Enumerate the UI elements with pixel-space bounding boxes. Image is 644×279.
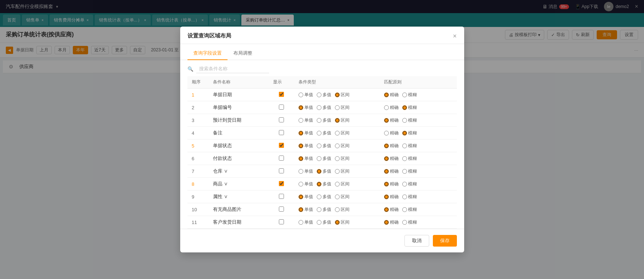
type-radio-item[interactable]: 区间 <box>335 130 349 136</box>
dialog-overlay[interactable]: 设置查询区域布局 × 查询字段设置 布局调整 🔍 顺序 条件名称 <box>0 0 644 277</box>
match-radio-item[interactable]: 精确 <box>384 181 399 187</box>
type-radio-input[interactable] <box>317 182 321 186</box>
type-radio-input[interactable] <box>317 220 321 225</box>
match-radio-item[interactable]: 精确 <box>384 194 399 200</box>
match-radio-input[interactable] <box>384 194 389 199</box>
save-button[interactable]: 保存 <box>433 235 457 247</box>
match-radio-item[interactable]: 模糊 <box>402 117 417 123</box>
type-radio-item[interactable]: 多值 <box>317 117 331 123</box>
match-radio-item[interactable]: 模糊 <box>402 181 417 187</box>
type-radio-input[interactable] <box>335 144 340 148</box>
match-radio-input[interactable] <box>384 182 389 186</box>
match-radio-item[interactable]: 精确 <box>384 130 399 136</box>
type-radio-item[interactable]: 单值 <box>299 130 313 136</box>
type-radio-item[interactable]: 单值 <box>299 143 313 149</box>
match-radio-item[interactable]: 模糊 <box>402 219 417 225</box>
match-radio-item[interactable]: 精确 <box>384 168 399 174</box>
type-radio-item[interactable]: 多值 <box>317 181 331 187</box>
match-radio-input[interactable] <box>402 93 407 97</box>
type-radio-item[interactable]: 单值 <box>299 105 313 111</box>
type-radio-item[interactable]: 区间 <box>335 143 349 149</box>
type-radio-input[interactable] <box>317 105 321 110</box>
type-radio-input[interactable] <box>299 131 303 135</box>
match-radio-input[interactable] <box>384 169 389 174</box>
show-checkbox[interactable] <box>279 143 284 148</box>
type-radio-input[interactable] <box>299 182 303 186</box>
match-radio-item[interactable]: 精确 <box>384 105 399 111</box>
match-radio-item[interactable]: 精确 <box>384 92 399 98</box>
dialog-tab-query-fields[interactable]: 查询字段设置 <box>187 47 228 60</box>
type-radio-input[interactable] <box>299 207 303 212</box>
show-checkbox[interactable] <box>279 117 284 122</box>
type-radio-item[interactable]: 区间 <box>335 194 349 200</box>
type-radio-input[interactable] <box>317 93 321 97</box>
type-radio-item[interactable]: 单值 <box>299 168 313 174</box>
type-radio-item[interactable]: 单值 <box>299 181 313 187</box>
match-radio-input[interactable] <box>384 220 389 225</box>
type-radio-item[interactable]: 区间 <box>335 92 349 98</box>
type-radio-item[interactable]: 多值 <box>317 168 331 174</box>
match-radio-input[interactable] <box>402 144 407 148</box>
dialog-close-button[interactable]: × <box>453 33 457 39</box>
show-checkbox[interactable] <box>279 219 284 224</box>
match-radio-input[interactable] <box>402 194 407 199</box>
type-radio-input[interactable] <box>299 93 303 97</box>
match-radio-item[interactable]: 模糊 <box>402 92 417 98</box>
type-radio-input[interactable] <box>335 220 340 225</box>
cancel-button[interactable]: 取消 <box>404 235 429 247</box>
dialog-tab-layout[interactable]: 布局调整 <box>228 47 258 60</box>
type-radio-input[interactable] <box>317 118 321 123</box>
type-radio-input[interactable] <box>335 131 340 135</box>
match-radio-input[interactable] <box>402 220 407 225</box>
type-radio-input[interactable] <box>299 118 303 123</box>
match-radio-input[interactable] <box>384 105 389 110</box>
match-radio-input[interactable] <box>402 105 407 110</box>
type-radio-input[interactable] <box>335 182 340 186</box>
type-radio-item[interactable]: 单值 <box>299 219 313 225</box>
match-radio-item[interactable]: 模糊 <box>402 168 417 174</box>
match-radio-input[interactable] <box>402 169 407 174</box>
match-radio-input[interactable] <box>384 156 389 161</box>
type-radio-input[interactable] <box>335 105 340 110</box>
type-radio-input[interactable] <box>335 156 340 161</box>
match-radio-item[interactable]: 模糊 <box>402 130 417 136</box>
match-radio-item[interactable]: 精确 <box>384 117 399 123</box>
type-radio-input[interactable] <box>335 93 340 97</box>
match-radio-input[interactable] <box>384 144 389 148</box>
match-radio-item[interactable]: 精确 <box>384 143 399 149</box>
match-radio-input[interactable] <box>384 131 389 135</box>
match-radio-input[interactable] <box>384 93 389 97</box>
match-radio-input[interactable] <box>402 131 407 135</box>
match-radio-item[interactable]: 模糊 <box>402 194 417 200</box>
type-radio-item[interactable]: 区间 <box>335 117 349 123</box>
type-radio-item[interactable]: 单值 <box>299 117 313 123</box>
type-radio-item[interactable]: 区间 <box>335 181 349 187</box>
match-radio-input[interactable] <box>384 118 389 123</box>
type-radio-input[interactable] <box>317 144 321 148</box>
type-radio-input[interactable] <box>335 169 340 174</box>
type-radio-input[interactable] <box>335 118 340 123</box>
show-checkbox[interactable] <box>279 156 284 161</box>
type-radio-input[interactable] <box>317 194 321 199</box>
type-radio-item[interactable]: 区间 <box>335 105 349 111</box>
type-radio-input[interactable] <box>317 169 321 174</box>
type-radio-item[interactable]: 区间 <box>335 168 349 174</box>
match-radio-item[interactable]: 精确 <box>384 219 399 225</box>
match-radio-input[interactable] <box>402 207 407 212</box>
show-checkbox[interactable] <box>279 168 284 173</box>
type-radio-item[interactable]: 区间 <box>335 207 349 213</box>
type-radio-input[interactable] <box>299 144 303 148</box>
show-checkbox[interactable] <box>279 130 284 135</box>
search-condition-input[interactable] <box>196 64 269 73</box>
type-radio-item[interactable]: 多值 <box>317 105 331 111</box>
type-radio-item[interactable]: 区间 <box>335 156 349 162</box>
type-radio-input[interactable] <box>299 220 303 225</box>
type-radio-item[interactable]: 多值 <box>317 156 331 162</box>
match-radio-item[interactable]: 模糊 <box>402 156 417 162</box>
type-radio-item[interactable]: 多值 <box>317 130 331 136</box>
match-radio-item[interactable]: 精确 <box>384 207 399 213</box>
type-radio-item[interactable]: 区间 <box>335 219 349 225</box>
type-radio-input[interactable] <box>335 194 340 199</box>
show-checkbox[interactable] <box>279 92 284 97</box>
type-radio-input[interactable] <box>299 169 303 174</box>
